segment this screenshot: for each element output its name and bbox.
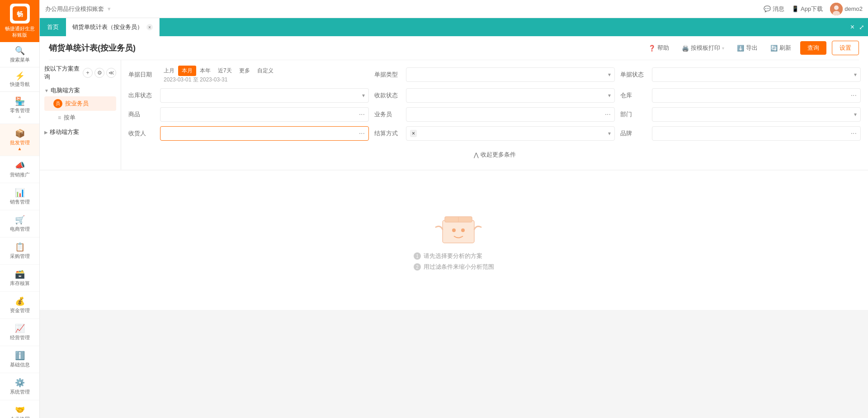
sidebar-item-collab[interactable]: 🤝 企业协同 bbox=[0, 400, 39, 418]
consignee-input[interactable]: ··· bbox=[160, 126, 369, 141]
pc-group-toggle[interactable]: ▼ 电脑端方案 bbox=[44, 85, 116, 96]
home-label: 首页 bbox=[47, 23, 59, 31]
goods-dots: ··· bbox=[359, 110, 365, 119]
tab-current[interactable]: 销货单统计表（按业务员） × bbox=[66, 18, 160, 36]
goods-input[interactable]: ··· bbox=[160, 107, 369, 122]
filter-row-4: 收货人 ··· 结算方式 × ▾ bbox=[128, 126, 861, 141]
basic-icon: ℹ️ bbox=[15, 351, 25, 361]
query-btn[interactable]: 查询 bbox=[800, 41, 826, 55]
mobile-scheme-group: ▶ 移动端方案 bbox=[44, 126, 116, 138]
brand-input[interactable]: ··· bbox=[652, 126, 861, 141]
empty-state: 1 请先选择要分析的方案 2 用过滤条件来缩小分析范围 bbox=[40, 171, 868, 310]
sidebar-item-retail[interactable]: 🏪 零售管理 ▲ bbox=[0, 92, 39, 124]
scheme-item-salesperson[interactable]: 员 按业务员 bbox=[44, 96, 116, 111]
marketing-label: 营销推广 bbox=[10, 171, 30, 178]
salesperson-input[interactable]: ··· bbox=[406, 107, 615, 122]
user-menu-btn[interactable]: demo2 bbox=[830, 3, 863, 15]
dept-select[interactable]: ▾ bbox=[652, 107, 861, 122]
search-nav[interactable]: 🔍 搜索菜单 bbox=[0, 42, 39, 67]
sidebar-item-sales[interactable]: 📊 销售管理 bbox=[0, 183, 39, 210]
sidebar-item-ecommerce[interactable]: 🛒 电商管理 bbox=[0, 210, 39, 238]
mobile-group-toggle[interactable]: ▶ 移动端方案 bbox=[44, 126, 116, 138]
filter-doctype: 单据类型 ▾ bbox=[374, 66, 615, 84]
sidebar-item-wholesale[interactable]: 📦 批发管理 ▲ bbox=[0, 124, 39, 156]
inventory-icon: 🗃️ bbox=[15, 269, 25, 279]
collapse-icon: ⋀ bbox=[474, 152, 479, 158]
settlement-tag-close[interactable]: × bbox=[412, 130, 415, 137]
message-label: 消息 bbox=[773, 5, 784, 13]
maximize-btn[interactable]: ⤢ bbox=[859, 24, 864, 31]
operations-icon: 📈 bbox=[15, 323, 25, 333]
delivery-select[interactable]: ▾ bbox=[160, 88, 369, 103]
breadcrumb: 办公用品行业模拟账套 bbox=[45, 5, 104, 13]
content-body: 按以下方案查询 + ⚙ ≪ ▼ 电脑端方案 员 按业务员 bbox=[40, 60, 868, 170]
sidebar-item-marketing[interactable]: 📣 营销推广 bbox=[0, 156, 39, 183]
wholesale-icon: 📦 bbox=[15, 128, 25, 138]
7days-btn[interactable]: 近7天 bbox=[214, 66, 236, 76]
settings-btn[interactable]: 设置 bbox=[832, 41, 859, 55]
mobile-group-arrow: ▶ bbox=[44, 130, 48, 135]
doctype-select[interactable]: ▾ bbox=[406, 67, 615, 82]
filter-payment: 收款状态 ▾ bbox=[374, 88, 615, 103]
page-content: 销货单统计表(按业务员) ❓ 帮助 🖨️ 按模板打印 ▾ ⬇️ 导出 bbox=[40, 36, 868, 418]
page-actions: ❓ 帮助 🖨️ 按模板打印 ▾ ⬇️ 导出 🔄 刷新 bbox=[645, 41, 859, 55]
tab-close-btn[interactable]: × bbox=[146, 24, 153, 30]
empty-state-area: 1 请先选择要分析的方案 2 用过滤条件来缩小分析范围 bbox=[40, 171, 868, 310]
add-scheme-btn[interactable]: + bbox=[83, 68, 93, 78]
sidebar-item-finance[interactable]: 💰 资金管理 bbox=[0, 292, 39, 319]
payment-select[interactable]: ▾ bbox=[406, 88, 615, 103]
help-btn[interactable]: ❓ 帮助 bbox=[645, 42, 673, 54]
sidebar-item-operations[interactable]: 📈 经营管理 bbox=[0, 319, 39, 346]
filter-row-3: 商品 ··· 业务员 ··· 部门 bbox=[128, 107, 861, 122]
prev-month-btn[interactable]: 上月 bbox=[160, 66, 178, 76]
quick-nav[interactable]: ⚡ 快捷导航 bbox=[0, 67, 39, 92]
top-header: 办公用品行业模拟账套 ▾ 💬 消息 📱 App下载 de bbox=[40, 0, 868, 18]
print-btn[interactable]: 🖨️ 按模板打印 ▾ bbox=[678, 42, 728, 54]
doctype-arrow: ▾ bbox=[608, 71, 611, 78]
tab-bar: 首页 销货单统计表（按业务员） × × ⤢ bbox=[40, 18, 868, 36]
breadcrumb-area: 办公用品行业模拟账套 ▾ bbox=[45, 5, 111, 13]
settlement-select[interactable]: × ▾ bbox=[406, 126, 615, 141]
this-year-btn[interactable]: 本年 bbox=[196, 66, 214, 76]
sidebar-item-system[interactable]: ⚙️ 系统管理 bbox=[0, 373, 39, 400]
header-actions: 💬 消息 📱 App下载 demo2 bbox=[764, 3, 863, 15]
ecommerce-icon: 🛒 bbox=[15, 215, 25, 225]
sidebar-item-basic[interactable]: ℹ️ 基础信息 bbox=[0, 346, 39, 373]
message-btn[interactable]: 💬 消息 bbox=[764, 5, 784, 13]
tip-num-2: 2 bbox=[414, 263, 421, 271]
curr-month-btn[interactable]: 本月 bbox=[178, 66, 196, 76]
sidebar-item-purchase[interactable]: 📋 采购管理 bbox=[0, 238, 39, 265]
collapse-scheme-btn[interactable]: ≪ bbox=[106, 68, 116, 78]
retail-icon: 🏪 bbox=[15, 96, 25, 106]
settlement-tag: × bbox=[410, 130, 417, 137]
export-btn[interactable]: ⬇️ 导出 bbox=[733, 42, 761, 54]
export-label: 导出 bbox=[746, 44, 758, 52]
edit-scheme-btn[interactable]: ⚙ bbox=[94, 68, 104, 78]
app-logo: 畅 畅捷通好生意 标账版 bbox=[0, 0, 39, 42]
more-date-btn[interactable]: 更多 bbox=[236, 66, 254, 76]
close-window-btn[interactable]: × bbox=[850, 23, 854, 31]
filter-dept: 部门 ▾ bbox=[620, 107, 861, 122]
consignee-label: 收货人 bbox=[128, 129, 160, 138]
refresh-icon: 🔄 bbox=[770, 45, 778, 52]
collab-label: 企业协同 bbox=[10, 416, 30, 418]
tab-home[interactable]: 首页 bbox=[40, 18, 66, 36]
dept-label: 部门 bbox=[620, 110, 652, 119]
collapse-btn[interactable]: ⋀ 收起更多条件 bbox=[471, 148, 519, 162]
refresh-btn[interactable]: 🔄 刷新 bbox=[767, 42, 795, 54]
sales-label: 销售管理 bbox=[10, 199, 30, 205]
empty-illustration bbox=[431, 207, 476, 243]
sidebar-item-inventory[interactable]: 🗃️ 库存核算 bbox=[0, 265, 39, 292]
purchase-icon: 📋 bbox=[15, 242, 25, 252]
brand-label: 品牌 bbox=[620, 129, 652, 138]
refresh-label: 刷新 bbox=[779, 44, 791, 52]
warehouse-input[interactable]: ··· bbox=[652, 88, 861, 103]
custom-date-btn[interactable]: 自定义 bbox=[254, 66, 277, 76]
app-download-btn[interactable]: 📱 App下载 bbox=[792, 5, 823, 13]
docstatus-select[interactable]: ▾ bbox=[652, 67, 861, 82]
scheme-sub-item-order[interactable]: ≡ 按单 bbox=[44, 111, 116, 124]
delivery-arrow: ▾ bbox=[362, 92, 365, 99]
export-icon: ⬇️ bbox=[737, 45, 744, 52]
scheme-actions: + ⚙ ≪ bbox=[83, 68, 116, 78]
dept-arrow: ▾ bbox=[854, 111, 857, 118]
